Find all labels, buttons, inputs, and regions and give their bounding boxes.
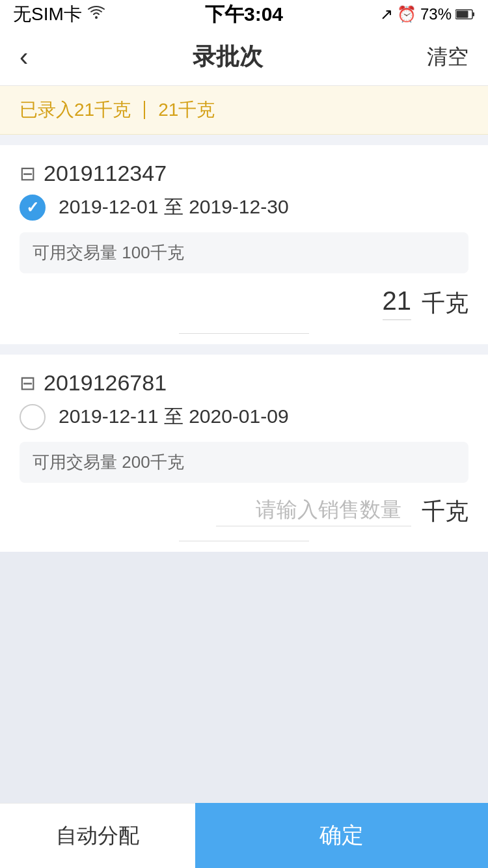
wifi-icon <box>87 5 105 23</box>
batch-2-card: ⊟ 2019126781 2019-12-11 至 2020-01-09 可用交… <box>0 355 488 483</box>
batch-2-date: 2019-12-11 至 2020-01-09 <box>59 403 289 430</box>
alarm-icon: ⏰ <box>397 5 416 23</box>
batch-2-unit: 千克 <box>422 496 468 528</box>
batch-1-quantity-row: 21 千克 <box>0 273 488 333</box>
batch-2-icon: ⊟ <box>20 372 36 394</box>
batch-1-quantity-value[interactable]: 21 <box>383 286 412 320</box>
clear-button[interactable]: 清空 <box>427 43 468 72</box>
page-title: 录批次 <box>193 41 263 73</box>
back-button[interactable]: ‹ <box>20 42 28 72</box>
battery-icon <box>455 5 475 23</box>
batch-2-quantity-input[interactable] <box>216 498 411 526</box>
status-left: 无SIM卡 <box>13 2 105 27</box>
batch-1-date: 2019-12-01 至 2019-12-30 <box>59 194 289 221</box>
batch-1-number: 2019112347 <box>44 161 167 186</box>
batch-2-number: 2019126781 <box>44 370 167 396</box>
confirm-button[interactable]: 确定 <box>195 803 488 868</box>
bottom-bar: 自动分配 确定 <box>0 803 488 868</box>
gray-area <box>0 552 488 812</box>
svg-point-0 <box>95 16 98 19</box>
batch-2-radio[interactable] <box>20 404 46 430</box>
info-divider <box>144 101 145 119</box>
batch-1-radio[interactable] <box>20 195 46 221</box>
nav-bar: ‹ 录批次 清空 <box>0 29 488 86</box>
batch-2-input-row: 千克 <box>0 483 488 541</box>
status-bar: 无SIM卡 下午3:04 ↗ ⏰ 73% <box>0 0 488 29</box>
svg-rect-3 <box>457 11 468 18</box>
batch-1-row[interactable]: 2019-12-01 至 2019-12-30 <box>20 194 468 221</box>
batch-1-card: ⊟ 2019112347 2019-12-01 至 2019-12-30 可用交… <box>0 145 488 273</box>
batch-1-quantity-unit: 千克 <box>422 288 468 319</box>
carrier-label: 无SIM卡 <box>13 2 82 27</box>
batch-2-availability: 可用交易量 200千克 <box>20 442 468 483</box>
batch-2-row[interactable]: 2019-12-11 至 2020-01-09 <box>20 403 468 430</box>
info-banner: 已录入21千克 21千克 <box>0 86 488 135</box>
batch-1-availability: 可用交易量 100千克 <box>20 232 468 273</box>
batch-2-header: ⊟ 2019126781 <box>20 370 468 396</box>
status-right: ↗ ⏰ 73% <box>380 5 475 23</box>
section-divider-1 <box>179 333 309 334</box>
info-value: 21千克 <box>158 98 215 122</box>
batch-1-icon: ⊟ <box>20 162 36 185</box>
battery-label: 73% <box>420 5 452 23</box>
batch-1-header: ⊟ 2019112347 <box>20 161 468 186</box>
section-divider-2 <box>179 541 309 541</box>
status-time: 下午3:04 <box>205 1 283 28</box>
auto-distribute-button[interactable]: 自动分配 <box>0 803 195 868</box>
svg-rect-2 <box>472 12 474 16</box>
info-recorded-label: 已录入21千克 <box>20 98 131 122</box>
location-icon: ↗ <box>380 5 393 23</box>
